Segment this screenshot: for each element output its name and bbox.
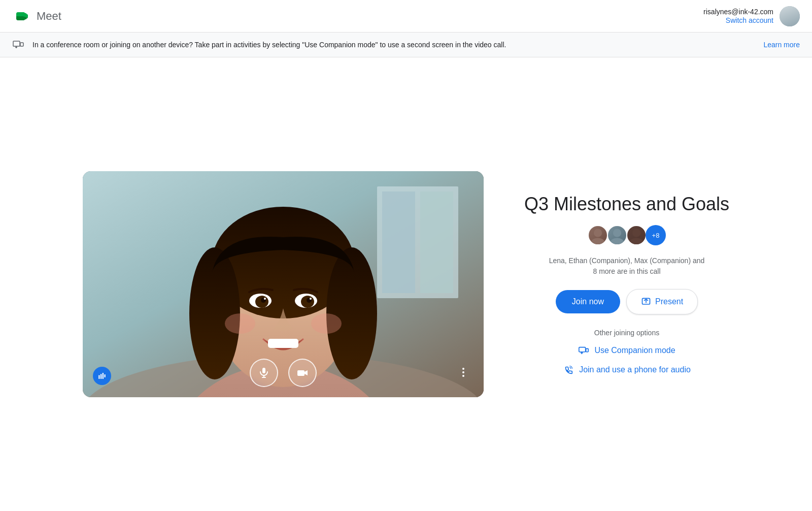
google-meet-icon [12,6,32,26]
svg-point-44 [629,238,644,244]
microphone-button[interactable] [250,359,278,387]
other-options-label: Other joining options [594,329,659,337]
header-left: Meet [12,6,61,26]
participant-avatar-1 [588,225,608,245]
svg-rect-9 [420,191,453,293]
join-now-button[interactable]: Join now [556,290,620,313]
video-preview [83,171,484,397]
svg-rect-48 [586,348,589,352]
svg-point-23 [264,298,266,300]
participant-avatar-3 [626,225,647,245]
meeting-title: Q3 Milestones and Goals [524,193,729,215]
switch-account-link[interactable]: Switch account [726,16,773,24]
svg-point-40 [591,238,605,244]
svg-point-24 [310,298,312,300]
more-options-button[interactable] [453,362,473,385]
phone-audio-link[interactable]: Join and use a phone for audio [563,364,691,375]
svg-point-42 [610,238,625,244]
phone-audio-icon [563,364,574,375]
participants-text: Lena, Ethan (Companion), Max (Companion)… [549,256,705,277]
participant-count-badge: +8 [646,225,666,245]
companion-mode-icon [578,345,589,356]
svg-point-27 [311,313,342,334]
app-title: Meet [37,10,61,23]
meet-logo: Meet [12,6,61,26]
join-buttons: Join now Present [556,289,698,314]
companion-mode-banner-icon [12,39,24,51]
other-joining-options: Other joining options Use Companion mode… [563,329,691,375]
banner-text: In a conference room or joining on anoth… [32,41,755,49]
account-email: risalynes@ink-42.com [703,8,773,16]
svg-rect-3 [20,43,23,46]
svg-point-39 [594,229,602,237]
svg-point-41 [613,229,621,237]
app-header: Meet risalynes@ink-42.com Switch account [0,0,812,33]
main-content: Q3 Milestones and Goals [0,57,812,511]
camera-button[interactable] [288,359,317,387]
svg-rect-2 [13,41,20,46]
present-icon [641,297,651,307]
learn-more-link[interactable]: Learn more [763,41,800,49]
svg-point-43 [632,229,640,237]
svg-point-26 [225,313,255,334]
header-right: risalynes@ink-42.com Switch account [703,6,800,26]
participants-avatars: +8 [588,225,666,245]
phone-audio-label: Join and use a phone for audio [579,365,691,374]
companion-mode-label: Use Companion mode [594,346,675,355]
svg-rect-35 [297,370,304,376]
svg-rect-25 [268,339,298,348]
participant-avatar-2 [607,225,627,245]
present-label: Present [655,297,683,306]
avatar-image [780,6,800,26]
svg-point-37 [462,371,464,373]
svg-rect-8 [382,191,415,293]
companion-mode-banner: In a conference room or joining on anoth… [0,33,812,57]
svg-rect-47 [579,347,586,352]
present-button[interactable]: Present [626,289,698,314]
video-controls [83,359,484,387]
svg-point-38 [462,375,464,377]
svg-rect-32 [262,368,265,373]
account-info: risalynes@ink-42.com Switch account [703,8,773,25]
companion-mode-link[interactable]: Use Companion mode [578,345,675,356]
svg-point-36 [462,368,464,370]
meeting-panel: Q3 Milestones and Goals [524,193,729,375]
user-avatar[interactable] [780,6,800,26]
